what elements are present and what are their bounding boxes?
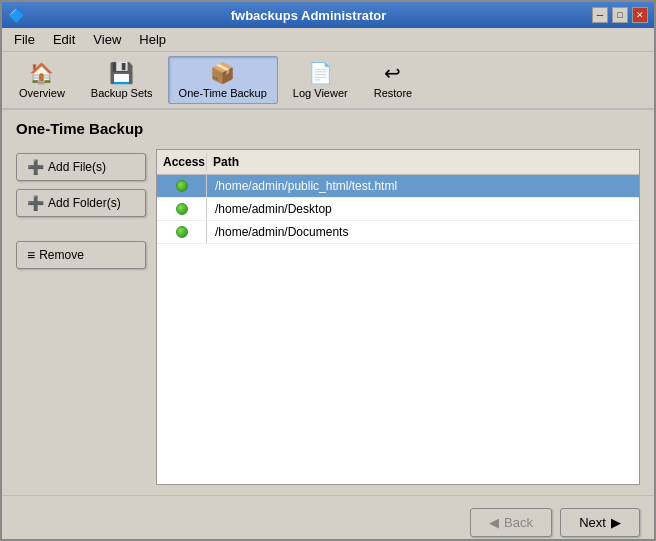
access-cell [157, 221, 207, 243]
menu-item-view[interactable]: View [85, 30, 129, 49]
toolbar-backup-sets-label: Backup Sets [91, 87, 153, 99]
next-label: Next [579, 515, 606, 530]
remove-label: Remove [39, 248, 84, 262]
bottom-bar: ◀ Back Next ▶ [2, 495, 654, 541]
one-time-backup-icon: 📦 [210, 61, 235, 85]
title-icon: 🔷 [8, 7, 25, 23]
toolbar-log-viewer[interactable]: 📄 Log Viewer [282, 56, 359, 104]
add-files-icon: ➕ [27, 159, 44, 175]
back-label: Back [504, 515, 533, 530]
header-access: Access [157, 153, 207, 171]
side-buttons: ➕ Add File(s) ➕ Add Folder(s) ≡ Remove [16, 149, 146, 485]
title-bar: 🔷 fwbackups Administrator ─ □ ✕ [2, 2, 654, 28]
close-button[interactable]: ✕ [632, 7, 648, 23]
toolbar: 🏠 Overview 💾 Backup Sets 📦 One-Time Back… [2, 52, 654, 110]
path-cell: /home/admin/Documents [207, 223, 639, 241]
menu-item-help[interactable]: Help [131, 30, 174, 49]
next-icon: ▶ [611, 515, 621, 530]
restore-icon: ↩ [384, 61, 401, 85]
file-list-scroll[interactable]: /home/admin/public_html/test.html /home/… [157, 175, 639, 484]
back-icon: ◀ [489, 515, 499, 530]
add-files-label: Add File(s) [48, 160, 106, 174]
table-row[interactable]: /home/admin/public_html/test.html [157, 175, 639, 198]
add-folders-label: Add Folder(s) [48, 196, 121, 210]
toolbar-overview[interactable]: 🏠 Overview [8, 56, 76, 104]
path-cell: /home/admin/public_html/test.html [207, 177, 639, 195]
access-cell [157, 175, 207, 197]
log-viewer-icon: 📄 [308, 61, 333, 85]
toolbar-log-viewer-label: Log Viewer [293, 87, 348, 99]
minimize-button[interactable]: ─ [592, 7, 608, 23]
toolbar-one-time-backup-label: One-Time Backup [179, 87, 267, 99]
remove-button[interactable]: ≡ Remove [16, 241, 146, 269]
toolbar-restore[interactable]: ↩ Restore [363, 56, 424, 104]
main-content: One-Time Backup ➕ Add File(s) ➕ Add Fold… [2, 110, 654, 495]
access-cell [157, 198, 207, 220]
access-dot [176, 203, 188, 215]
page-title: One-Time Backup [16, 120, 640, 137]
table-row[interactable]: /home/admin/Documents [157, 221, 639, 244]
toolbar-backup-sets[interactable]: 💾 Backup Sets [80, 56, 164, 104]
overview-icon: 🏠 [29, 61, 54, 85]
remove-icon: ≡ [27, 247, 35, 263]
menu-bar: File Edit View Help [2, 28, 654, 52]
menu-item-edit[interactable]: Edit [45, 30, 83, 49]
maximize-button[interactable]: □ [612, 7, 628, 23]
file-list-header: Access Path [157, 150, 639, 175]
add-files-button[interactable]: ➕ Add File(s) [16, 153, 146, 181]
menu-item-file[interactable]: File [6, 30, 43, 49]
toolbar-one-time-backup[interactable]: 📦 One-Time Backup [168, 56, 278, 104]
back-button[interactable]: ◀ Back [470, 508, 552, 537]
add-folders-icon: ➕ [27, 195, 44, 211]
access-dot [176, 226, 188, 238]
toolbar-restore-label: Restore [374, 87, 413, 99]
access-dot [176, 180, 188, 192]
window-title: fwbackups Administrator [25, 8, 592, 23]
add-folders-button[interactable]: ➕ Add Folder(s) [16, 189, 146, 217]
window-controls: ─ □ ✕ [592, 7, 648, 23]
backup-sets-icon: 💾 [109, 61, 134, 85]
toolbar-overview-label: Overview [19, 87, 65, 99]
file-list: Access Path /home/admin/public_html/test… [156, 149, 640, 485]
next-button[interactable]: Next ▶ [560, 508, 640, 537]
path-cell: /home/admin/Desktop [207, 200, 639, 218]
header-path: Path [207, 153, 639, 171]
table-row[interactable]: /home/admin/Desktop [157, 198, 639, 221]
content-area: ➕ Add File(s) ➕ Add Folder(s) ≡ Remove A… [16, 149, 640, 485]
